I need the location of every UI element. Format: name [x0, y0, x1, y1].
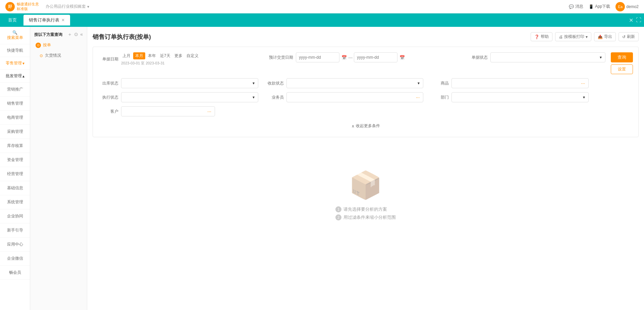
refresh-button[interactable]: ↺ 刷新 — [619, 32, 639, 41]
sidebar-search[interactable]: 🔍 搜索菜单 — [0, 27, 30, 44]
breadcrumb: 办公用品行业模拟账套 ▾ — [46, 4, 89, 9]
message-icon: 💬 — [569, 4, 574, 9]
sidebar-item-app-center[interactable]: 应用中心 — [0, 238, 30, 252]
sidebar-item-ecommerce[interactable]: 电商管理 — [0, 111, 30, 125]
sidebar-item-sales[interactable]: 销售管理 — [0, 97, 30, 111]
user-menu[interactable]: Ea demo2 — [615, 2, 639, 11]
receive-status-select[interactable]: ▾ — [286, 78, 424, 88]
chevron-down-icon: ▾ — [253, 95, 255, 100]
empty-illustration: 📦 — [349, 169, 382, 201]
customer-select[interactable]: ··· — [121, 106, 215, 116]
left-panel-header: 按以下方案查询 ＋ ⊙ « — [30, 30, 87, 40]
fullscreen-icon[interactable]: ⛶ — [636, 17, 641, 23]
out-status-label: 出库状态 — [98, 81, 118, 86]
single-status-select[interactable]: ▾ — [490, 52, 605, 62]
sub-icon: ⊙ — [40, 53, 43, 58]
collapse-panel-button[interactable]: « — [80, 32, 83, 38]
top-bar: 好 畅捷通好生意 标准版 办公用品行业模拟账套 ▾ 💬 消息 📱 App下载 E… — [0, 0, 644, 13]
app-download-button[interactable]: 📱 App下载 — [589, 4, 610, 9]
date-tab-custom[interactable]: 自定义 — [185, 52, 200, 59]
export-button[interactable]: 📤 导出 — [594, 32, 616, 41]
sidebar-item-operations[interactable]: 经营管理 — [0, 167, 30, 181]
chevron-down-icon: ▾ — [600, 55, 602, 60]
close-window-icon[interactable]: ✕ — [629, 17, 633, 23]
collapse-button[interactable]: ∧ 收起更多条件 — [352, 123, 380, 129]
ellipsis-icon-salesman[interactable]: ··· — [416, 95, 420, 100]
date-tab-this-year[interactable]: 本年 — [147, 52, 157, 59]
help-button[interactable]: ❓ 帮助 — [531, 32, 552, 41]
salesman-select[interactable]: ··· — [286, 92, 424, 102]
message-button[interactable]: 💬 消息 — [569, 4, 583, 9]
sidebar-item-quick-nav[interactable]: 快捷导航 — [0, 44, 30, 57]
sidebar-item-finance[interactable]: 资金管理 — [0, 153, 30, 167]
sidebar-item-purchase[interactable]: 采购管理 — [0, 125, 30, 139]
export-icon: 📤 — [598, 35, 603, 39]
main-layout: 🔍 搜索菜单 快捷导航 零售管理 ▾ 批发管理 ▴ 营销推广 销售管理 电商管理… — [0, 27, 644, 310]
department-label: 部门 — [429, 95, 449, 100]
left-panel-actions: ＋ ⊙ « — [67, 32, 83, 38]
empty-tips: 1 请先选择要分析的方案 2 用过滤条件来缩小分析范围 — [335, 206, 396, 222]
empty-tip-2: 2 用过滤条件来缩小分析范围 — [335, 214, 396, 220]
top-bar-right: 💬 消息 📱 App下载 Ea demo2 — [569, 2, 639, 11]
chevron-down-icon: ▾ — [583, 95, 585, 100]
single-date-label: 单据日期 — [98, 56, 118, 62]
tip-num-1: 1 — [335, 206, 341, 212]
date-range-text: 2023-03-01 至 2023-03-31 — [121, 61, 264, 66]
execute-status-select[interactable]: ▾ — [121, 92, 258, 102]
date-separator: — — [348, 55, 353, 60]
logo-area: 好 畅捷通好生意 标准版 — [5, 2, 39, 11]
date-tab-more[interactable]: 更多 — [173, 52, 184, 59]
edit-scheme-button[interactable]: ⊙ — [74, 32, 78, 38]
tab-home[interactable]: 首页 — [3, 15, 22, 25]
predict-date-label: 预计交货日期 — [269, 55, 293, 60]
add-scheme-button[interactable]: ＋ — [67, 32, 72, 38]
tab-bar: 首页 销售订单执行表 ✕ ✕ ⛶ — [0, 13, 644, 27]
sidebar-item-retail[interactable]: 零售管理 ▾ — [0, 57, 30, 70]
sidebar-item-member[interactable]: 畅会员 — [0, 266, 30, 280]
tab-close-icon[interactable]: ✕ — [61, 18, 65, 22]
empty-state: 📦 1 请先选择要分析的方案 2 用过滤条件来缩小分析范围 — [93, 143, 639, 249]
empty-tip-1: 1 请先选择要分析的方案 — [335, 206, 396, 212]
page-content: 销售订单执行表(按单) ❓ 帮助 🖨 按模板打印 ▾ 📤 — [87, 27, 644, 255]
predict-date-range: 📅 — 📅 — [296, 52, 405, 62]
goods-select[interactable]: ··· — [451, 78, 589, 88]
single-status-label: 单据状态 — [468, 55, 488, 60]
sidebar-item-marketing[interactable]: 营销推广 — [0, 83, 30, 97]
tab-sales-order[interactable]: 销售订单执行表 ✕ — [23, 15, 70, 25]
predict-date-start[interactable] — [296, 52, 339, 62]
chevron-down-icon: ▾ — [418, 81, 420, 86]
sidebar-item-new-guide[interactable]: 新手引导 — [0, 223, 30, 238]
date-tabs: 上月 本月 本年 近7天 更多 自定义 — [121, 52, 264, 59]
chevron-down-icon[interactable]: ▾ — [87, 4, 89, 9]
sidebar-item-basic-info[interactable]: 基础信息 — [0, 181, 30, 195]
collapse-row: ∧ 收起更多条件 — [98, 120, 633, 132]
department-select[interactable]: ▾ — [451, 92, 589, 102]
sidebar-item-enterprise-collab[interactable]: 企业协同 — [0, 209, 30, 223]
out-status-select[interactable]: ▾ — [121, 78, 258, 88]
print-button[interactable]: 🖨 按模板打印 ▾ — [555, 32, 591, 41]
predict-date-end[interactable] — [354, 52, 397, 62]
ellipsis-icon-customer[interactable]: ··· — [207, 109, 211, 114]
calendar-icon-end[interactable]: 📅 — [399, 55, 405, 60]
page-header: 销售订单执行表(按单) ❓ 帮助 🖨 按模板打印 ▾ 📤 — [93, 32, 639, 41]
scheme-sub-item-backorder[interactable]: ⊙ 欠货情况 — [30, 51, 87, 60]
date-tab-this-month[interactable]: 本月 — [133, 52, 145, 59]
query-button[interactable]: 查询 — [611, 52, 633, 62]
print-chevron-icon: ▾ — [586, 35, 588, 39]
sidebar-item-system[interactable]: 系统管理 — [0, 195, 30, 209]
customer-label: 客户 — [98, 109, 118, 114]
settings-button[interactable]: 设置 — [611, 64, 633, 74]
calendar-icon-start[interactable]: 📅 — [341, 55, 347, 60]
chevron-up-icon: ▴ — [22, 74, 24, 79]
execute-status-label: 执行状态 — [98, 95, 118, 100]
avatar: Ea — [615, 2, 625, 11]
sidebar-item-inventory[interactable]: 库存核算 — [0, 139, 30, 153]
scheme-item-by-order[interactable]: ⊙ 按单 — [30, 40, 87, 51]
sidebar-item-enterprise-wechat[interactable]: 企业微信 — [0, 252, 30, 266]
sidebar-item-wholesale[interactable]: 批发管理 ▴ — [0, 70, 30, 83]
salesman-label: 业务员 — [264, 95, 284, 100]
ellipsis-icon[interactable]: ··· — [581, 81, 585, 86]
date-tab-last-month[interactable]: 上月 — [121, 52, 132, 59]
page-actions: ❓ 帮助 🖨 按模板打印 ▾ 📤 导出 ↺ — [531, 32, 639, 41]
date-tab-7days[interactable]: 近7天 — [159, 52, 172, 59]
